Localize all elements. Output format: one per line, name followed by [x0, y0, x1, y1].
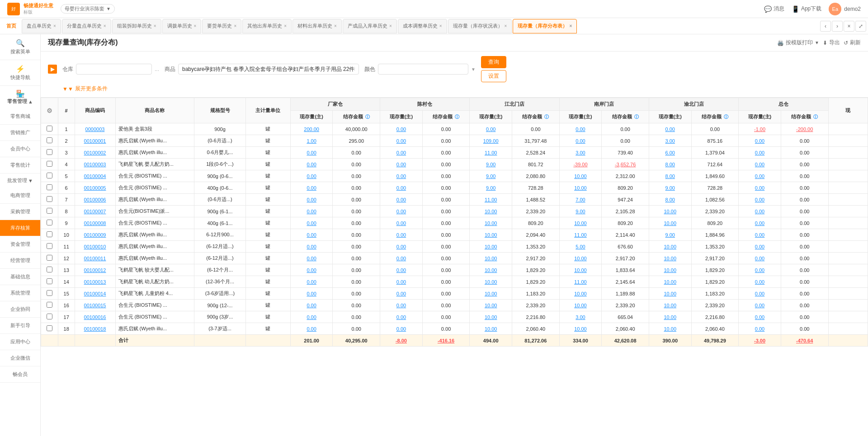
tab-product-in[interactable]: 产成品入库单历史 ×	[343, 19, 397, 33]
w4-info-icon[interactable]: ⓘ	[634, 114, 639, 119]
row-w5-qty[interactable]: 8.00	[649, 159, 692, 170]
row-code[interactable]: 00100015	[75, 300, 115, 311]
row-code[interactable]: 00100018	[75, 323, 115, 335]
tab-close-all-btn[interactable]: ×	[844, 21, 854, 32]
row-w4-qty[interactable]: 10.00	[559, 217, 602, 229]
row-w5-qty[interactable]: 8.00	[649, 194, 692, 206]
tab-expand-btn[interactable]: ⤢	[855, 21, 866, 32]
row-w4-qty[interactable]: 11.00	[559, 276, 602, 288]
row-w4-qty[interactable]: 10.00	[559, 170, 602, 182]
user-area[interactable]: Ea demo2	[829, 3, 861, 15]
row-w5-qty[interactable]: 8.00	[649, 170, 692, 182]
row-wt-qty[interactable]: 0.00	[739, 253, 781, 264]
row-w1-qty[interactable]: 0.00	[290, 182, 333, 194]
sidebar-item-wechat[interactable]: 企业微信	[0, 350, 40, 366]
filter-toggle-btn[interactable]: ▶	[48, 65, 57, 74]
close-tab-stock-status[interactable]: ×	[505, 23, 507, 28]
row-w4-qty[interactable]: 5.00	[559, 241, 602, 253]
row-wt-qty[interactable]: 0.00	[739, 217, 781, 229]
close-tab-combo-split[interactable]: ×	[154, 23, 156, 28]
row-w4-qty[interactable]: 10.00	[559, 288, 602, 300]
row-w1-qty[interactable]: 0.00	[290, 159, 333, 170]
row-w4-qty[interactable]: 10.00	[559, 264, 602, 276]
sidebar-item-wholesale[interactable]: 批发管理 ▼	[0, 173, 40, 188]
row-w1-qty[interactable]: 0.00	[290, 311, 333, 323]
row-check[interactable]	[41, 264, 58, 276]
industry-selector[interactable]: 母婴行业演示陈套 ▼	[61, 4, 115, 14]
col-header-gear[interactable]: ⚙	[41, 98, 58, 123]
row-w2-qty[interactable]: 0.00	[380, 288, 423, 300]
row-w2-qty[interactable]: 0.00	[380, 135, 423, 147]
row-w3-qty[interactable]: 10.00	[470, 241, 512, 253]
row-check[interactable]	[41, 147, 58, 159]
expand-conditions-btn[interactable]: ▼▼ 展开更多条件	[62, 85, 861, 93]
sidebar-item-retail[interactable]: 🏪 零售管理 ▲	[0, 86, 40, 108]
row-w3-qty[interactable]: 11.00	[470, 147, 512, 159]
row-w3-qty[interactable]: 10.00	[470, 253, 512, 264]
row-w1-qty[interactable]: 0.00	[290, 206, 333, 217]
row-w3-qty[interactable]: 9.00	[470, 159, 512, 170]
row-check[interactable]	[41, 241, 58, 253]
tab-prev-btn[interactable]: ‹	[820, 21, 831, 32]
row-wt-qty[interactable]: 0.00	[739, 170, 781, 182]
sidebar-item-member[interactable]: 会员中心	[0, 141, 40, 157]
row-w1-qty[interactable]: 0.00	[290, 194, 333, 206]
row-check[interactable]	[41, 194, 58, 206]
row-check[interactable]	[41, 159, 58, 170]
sidebar-item-system[interactable]: 系统管理	[0, 285, 40, 301]
row-w5-qty[interactable]: 10.00	[649, 300, 692, 311]
warehouse-dots[interactable]: ...	[155, 66, 159, 72]
tab-combo-split[interactable]: 组装拆卸单历史 ×	[112, 19, 161, 33]
row-check[interactable]	[41, 135, 58, 147]
row-code[interactable]: 00100009	[75, 229, 115, 241]
row-code[interactable]: 0000003	[75, 123, 115, 135]
row-w3-qty[interactable]: 109.00	[470, 135, 512, 147]
row-w4-qty[interactable]: 3.00	[559, 311, 602, 323]
row-w3-qty[interactable]: 11.00	[470, 194, 512, 206]
close-tab-material-out[interactable]: ×	[334, 23, 337, 28]
row-w3-qty[interactable]: 10.00	[470, 311, 512, 323]
row-code[interactable]: 00100016	[75, 311, 115, 323]
row-w5-qty[interactable]: 6.00	[649, 147, 692, 159]
row-wt-qty[interactable]: 0.00	[739, 147, 781, 159]
row-code[interactable]: 00100006	[75, 194, 115, 206]
row-wt-qty[interactable]: 0.00	[739, 194, 781, 206]
row-w2-qty[interactable]: 0.00	[380, 182, 423, 194]
goods-input[interactable]	[178, 64, 359, 75]
row-w1-qty[interactable]: 0.00	[290, 229, 333, 241]
row-w5-qty[interactable]: 10.00	[649, 323, 692, 335]
row-w5-qty[interactable]: 9.00	[649, 229, 692, 241]
row-check[interactable]	[41, 217, 58, 229]
row-w2-qty[interactable]: 0.00	[380, 170, 423, 182]
row-w2-qty[interactable]: 0.00	[380, 253, 423, 264]
row-w1-qty[interactable]: 0.00	[290, 147, 333, 159]
row-w1-qty[interactable]: 200.00	[290, 123, 333, 135]
row-wt-qty[interactable]: 0.00	[739, 300, 781, 311]
row-w1-qty[interactable]: 0.00	[290, 170, 333, 182]
close-tab-other-out[interactable]: ×	[284, 23, 287, 28]
row-wt-qty[interactable]: 0.00	[739, 135, 781, 147]
close-tab-split-stock[interactable]: ×	[104, 23, 106, 28]
sidebar-item-operations[interactable]: 经营管理	[0, 253, 40, 269]
row-wt-qty[interactable]: 0.00	[739, 159, 781, 170]
row-w2-qty[interactable]: 0.00	[380, 159, 423, 170]
row-w1-qty[interactable]: 0.00	[290, 217, 333, 229]
row-code[interactable]: 00100011	[75, 253, 115, 264]
row-w1-qty[interactable]: 0.00	[290, 323, 333, 335]
row-w4-qty[interactable]: 9.00	[559, 206, 602, 217]
tab-next-btn[interactable]: ›	[832, 21, 843, 32]
row-wt-qty[interactable]: 0.00	[739, 229, 781, 241]
row-w2-qty[interactable]: 0.00	[380, 147, 423, 159]
row-w4-qty[interactable]: 0.00	[559, 123, 602, 135]
row-code[interactable]: 00100005	[75, 182, 115, 194]
row-w3-qty[interactable]: 9.00	[470, 170, 512, 182]
row-w1-qty[interactable]: 0.00	[290, 253, 333, 264]
w5-info-icon[interactable]: ⓘ	[724, 114, 728, 119]
row-code[interactable]: 00100001	[75, 135, 115, 147]
row-w2-qty[interactable]: 0.00	[380, 264, 423, 276]
row-w2-qty[interactable]: 0.00	[380, 206, 423, 217]
row-w2-qty[interactable]: 0.00	[380, 123, 423, 135]
wt-info-icon[interactable]: ⓘ	[813, 114, 818, 119]
row-w5-qty[interactable]: 10.00	[649, 264, 692, 276]
row-w5-qty[interactable]: 10.00	[649, 253, 692, 264]
